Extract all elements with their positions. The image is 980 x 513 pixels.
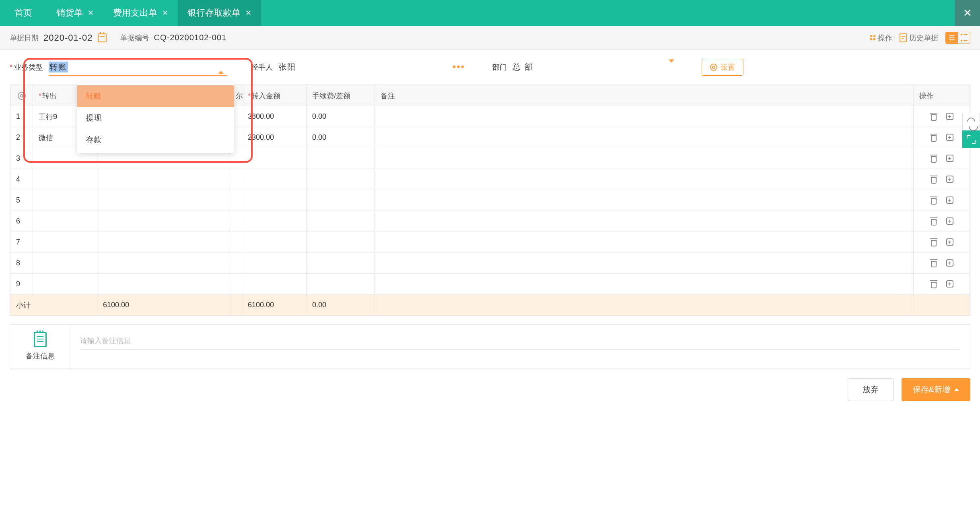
copy-row-button[interactable]	[946, 155, 953, 162]
cell-out-amount[interactable]	[97, 169, 230, 190]
cell-remark[interactable]	[375, 211, 914, 232]
cell-in-account[interactable]	[230, 211, 242, 232]
operate-button[interactable]: 操作	[870, 33, 892, 43]
cell-fee[interactable]	[307, 274, 375, 295]
view-list-button[interactable]	[946, 32, 958, 43]
more-icon[interactable]: •••	[453, 61, 465, 72]
table-row[interactable]: 5	[10, 190, 970, 211]
copy-row-button[interactable]	[946, 134, 953, 141]
close-icon[interactable]: ✕	[245, 8, 251, 17]
copy-row-button[interactable]	[946, 197, 953, 204]
dropdown-option-withdraw[interactable]: 提现	[77, 107, 234, 129]
delete-row-button[interactable]	[930, 197, 937, 205]
delete-row-button[interactable]	[930, 155, 937, 163]
view-detail-button[interactable]	[958, 32, 970, 43]
cell-out-account[interactable]	[33, 253, 97, 274]
table-row[interactable]: 7	[10, 232, 970, 253]
cell-out-account[interactable]	[33, 274, 97, 295]
cell-in-amount[interactable]	[242, 274, 307, 295]
cell-in-amount[interactable]	[242, 169, 307, 190]
dropdown-option-transfer[interactable]: 转账	[77, 85, 234, 107]
cell-remark[interactable]	[375, 190, 914, 211]
save-and-new-button[interactable]: 保存&新增	[902, 378, 970, 401]
cell-in-account[interactable]	[230, 274, 242, 295]
copy-row-button[interactable]	[946, 217, 953, 225]
cell-in-amount[interactable]: 3800.00	[242, 106, 307, 127]
cell-remark[interactable]	[375, 127, 914, 148]
tab-bank[interactable]: 银行存取款单✕	[178, 0, 261, 26]
cell-out-account[interactable]	[33, 190, 97, 211]
cell-fee[interactable]	[307, 211, 375, 232]
table-row[interactable]: 4	[10, 169, 970, 190]
history-button[interactable]: 历史单据	[900, 33, 938, 43]
cell-in-amount[interactable]	[242, 232, 307, 253]
chevron-up-icon	[218, 63, 224, 71]
delete-row-button[interactable]	[930, 176, 937, 184]
cell-in-amount[interactable]	[242, 148, 307, 169]
fullscreen-button[interactable]	[962, 130, 980, 148]
settings-column-header[interactable]	[10, 85, 33, 106]
cell-remark[interactable]	[375, 253, 914, 274]
cell-out-account[interactable]	[33, 169, 97, 190]
close-icon[interactable]: ✕	[162, 8, 168, 17]
cell-fee[interactable]: 0.00	[307, 106, 375, 127]
copy-row-button[interactable]	[946, 113, 953, 120]
tab-expense[interactable]: 费用支出单✕	[103, 0, 178, 26]
attachment-button[interactable]	[962, 113, 980, 130]
calendar-icon[interactable]	[98, 33, 107, 42]
copy-row-button[interactable]	[946, 280, 953, 288]
cell-in-account[interactable]	[230, 232, 242, 253]
delete-row-button[interactable]	[930, 238, 937, 246]
copy-row-button[interactable]	[946, 259, 953, 267]
dropdown-option-deposit[interactable]: 存款	[77, 129, 234, 151]
handler-select[interactable]: 张阳 •••	[278, 59, 468, 76]
table-row[interactable]: 8	[10, 253, 970, 274]
fee-header: 手续费/差额	[307, 85, 375, 106]
cell-fee[interactable]	[307, 190, 375, 211]
delete-row-button[interactable]	[930, 134, 937, 142]
cell-in-amount[interactable]	[242, 253, 307, 274]
cell-out-amount[interactable]	[97, 274, 230, 295]
close-icon[interactable]: ✕	[88, 8, 94, 17]
delete-row-button[interactable]	[930, 113, 937, 121]
delete-row-button[interactable]	[930, 259, 937, 267]
cell-fee[interactable]: 0.00	[307, 127, 375, 148]
cell-in-account[interactable]	[230, 169, 242, 190]
cell-remark[interactable]	[375, 148, 914, 169]
cell-fee[interactable]	[307, 148, 375, 169]
delete-row-button[interactable]	[930, 280, 937, 288]
tab-sales[interactable]: 销货单✕	[47, 0, 103, 26]
cell-fee[interactable]	[307, 253, 375, 274]
cell-fee[interactable]	[307, 169, 375, 190]
cell-in-amount[interactable]	[242, 190, 307, 211]
app-close-button[interactable]: ✕	[955, 0, 980, 26]
discard-button[interactable]: 放弃	[848, 378, 894, 401]
cell-remark[interactable]	[375, 169, 914, 190]
cell-out-amount[interactable]	[97, 190, 230, 211]
delete-row-button[interactable]	[930, 217, 937, 225]
cell-remark[interactable]	[375, 274, 914, 295]
cell-fee[interactable]	[307, 232, 375, 253]
cell-remark[interactable]	[375, 232, 914, 253]
cell-in-account[interactable]	[230, 190, 242, 211]
remarks-input[interactable]	[80, 333, 960, 350]
cell-out-amount[interactable]	[97, 253, 230, 274]
cell-out-account[interactable]	[33, 232, 97, 253]
cell-in-amount[interactable]: 2300.00	[242, 127, 307, 148]
settings-button[interactable]: 设置	[702, 59, 743, 76]
cell-in-account[interactable]	[230, 253, 242, 274]
gear-icon	[18, 92, 26, 100]
date-value[interactable]: 2020-01-02	[43, 33, 93, 43]
tab-home[interactable]: 首页	[0, 0, 47, 26]
dept-select[interactable]: 总 部	[513, 59, 677, 76]
copy-row-button[interactable]	[946, 238, 953, 246]
cell-out-account[interactable]	[33, 211, 97, 232]
cell-in-amount[interactable]	[242, 211, 307, 232]
copy-row-button[interactable]	[946, 176, 953, 183]
business-type-select[interactable]: 转账	[49, 59, 227, 76]
cell-out-amount[interactable]	[97, 232, 230, 253]
table-row[interactable]: 9	[10, 274, 970, 295]
cell-out-amount[interactable]	[97, 211, 230, 232]
cell-remark[interactable]	[375, 106, 914, 127]
table-row[interactable]: 6	[10, 211, 970, 232]
